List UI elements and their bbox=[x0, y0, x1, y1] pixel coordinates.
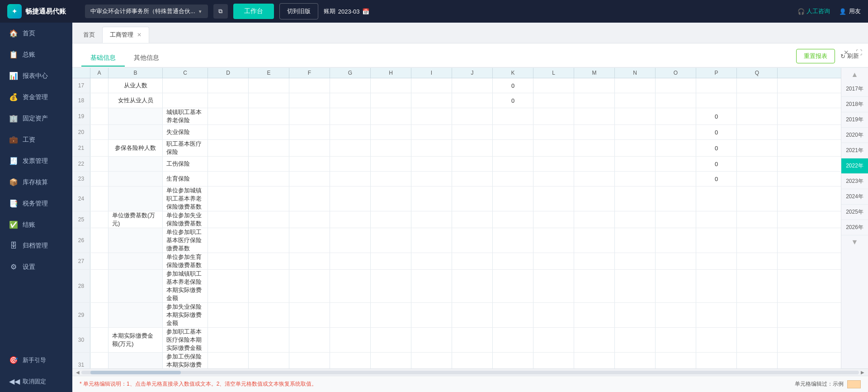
cell-26-c[interactable]: 单位参加职工基本医疗保险缴费基数 bbox=[163, 228, 208, 253]
cell-26-e[interactable] bbox=[249, 228, 289, 253]
cell-26-l[interactable] bbox=[533, 228, 574, 253]
cell-18-b[interactable]: 女性从业人员 bbox=[108, 93, 163, 108]
cell-26-n[interactable] bbox=[615, 228, 656, 253]
cell-28-e[interactable] bbox=[249, 270, 289, 302]
cell-22-h[interactable] bbox=[371, 157, 411, 171]
cell-28-o[interactable] bbox=[656, 270, 696, 302]
tab-business[interactable]: 工商管理 ✕ bbox=[102, 27, 149, 43]
cell-29-o[interactable] bbox=[656, 303, 696, 327]
cell-20-m[interactable] bbox=[574, 125, 615, 139]
cell-23-b[interactable] bbox=[108, 172, 163, 186]
cell-20-d[interactable] bbox=[208, 125, 249, 139]
cell-25-q[interactable] bbox=[737, 211, 778, 228]
cell-24-f[interactable] bbox=[289, 186, 330, 211]
cell-29-q[interactable] bbox=[737, 303, 778, 327]
cell-17-e[interactable] bbox=[249, 78, 289, 93]
cell-26-p[interactable] bbox=[696, 228, 737, 253]
cell-30-a[interactable] bbox=[90, 328, 108, 352]
cell-30-p[interactable] bbox=[696, 328, 737, 352]
sidebar-item-inventory[interactable]: 📦 库存核算 bbox=[0, 172, 72, 193]
cell-20-j[interactable] bbox=[452, 125, 493, 139]
cell-29-m[interactable] bbox=[574, 303, 615, 327]
cell-23-k[interactable] bbox=[493, 172, 533, 186]
cell-20-c[interactable]: 失业保险 bbox=[163, 125, 208, 139]
cell-22-q[interactable] bbox=[737, 157, 778, 171]
cell-20-g[interactable] bbox=[330, 125, 371, 139]
cell-19-d[interactable] bbox=[208, 108, 249, 124]
cell-31-c[interactable]: 参加工伤保险本期实际缴费金额 bbox=[163, 353, 208, 368]
cell-24-q[interactable] bbox=[737, 186, 778, 211]
cell-28-q[interactable] bbox=[737, 270, 778, 302]
cell-22-e[interactable] bbox=[249, 157, 289, 171]
user-menu[interactable]: 👤 用友 bbox=[839, 7, 861, 15]
cell-22-o[interactable] bbox=[656, 157, 696, 171]
cell-19-k[interactable] bbox=[493, 108, 533, 124]
sidebar-item-unpin[interactable]: ◀◀ 取消固定 bbox=[0, 371, 72, 392]
cell-19-f[interactable] bbox=[289, 108, 330, 124]
cell-26-j[interactable] bbox=[452, 228, 493, 253]
cell-28-j[interactable] bbox=[452, 270, 493, 302]
cell-30-g[interactable] bbox=[330, 328, 371, 352]
year-nav-down[interactable]: ▼ bbox=[841, 235, 868, 249]
cell-22-f[interactable] bbox=[289, 157, 330, 171]
cell-19-g[interactable] bbox=[330, 108, 371, 124]
cell-29-g[interactable] bbox=[330, 303, 371, 327]
cell-17-c[interactable] bbox=[163, 78, 208, 93]
cell-17-i[interactable] bbox=[411, 78, 452, 93]
cell-28-a[interactable] bbox=[90, 270, 108, 302]
cell-28-h[interactable] bbox=[371, 270, 411, 302]
cell-25-e[interactable] bbox=[249, 211, 289, 228]
cell-17-b[interactable]: 从业人数 bbox=[108, 78, 163, 93]
cell-19-b[interactable] bbox=[108, 108, 163, 124]
cell-30-l[interactable] bbox=[533, 328, 574, 352]
cell-25-l[interactable] bbox=[533, 211, 574, 228]
year-item-2023[interactable]: 2023年 bbox=[841, 174, 868, 189]
cell-27-d[interactable] bbox=[208, 253, 249, 269]
cell-19-l[interactable] bbox=[533, 108, 574, 124]
cell-24-b[interactable] bbox=[108, 186, 163, 211]
cell-31-p[interactable] bbox=[696, 353, 737, 368]
year-item-2022[interactable]: 2022年 bbox=[841, 158, 868, 174]
cell-20-p[interactable]: 0 bbox=[696, 125, 737, 139]
cell-31-b[interactable] bbox=[108, 353, 163, 368]
cell-31-q[interactable] bbox=[737, 353, 778, 368]
cell-31-a[interactable] bbox=[90, 353, 108, 368]
cell-29-p[interactable] bbox=[696, 303, 737, 327]
cell-24-k[interactable] bbox=[493, 186, 533, 211]
cell-27-b[interactable] bbox=[108, 253, 163, 269]
cell-26-i[interactable] bbox=[411, 228, 452, 253]
cell-17-k[interactable]: 0 bbox=[493, 78, 533, 93]
cell-23-a[interactable] bbox=[90, 172, 108, 186]
cell-22-p[interactable]: 0 bbox=[696, 157, 737, 171]
cell-17-h[interactable] bbox=[371, 78, 411, 93]
cell-29-n[interactable] bbox=[615, 303, 656, 327]
cell-23-n[interactable] bbox=[615, 172, 656, 186]
cell-29-b[interactable] bbox=[108, 303, 163, 327]
sidebar-item-home[interactable]: 🏠 首页 bbox=[0, 23, 72, 44]
year-item-2021[interactable]: 2021年 bbox=[841, 143, 868, 158]
cell-23-j[interactable] bbox=[452, 172, 493, 186]
cell-20-b[interactable] bbox=[108, 125, 163, 139]
cell-30-h[interactable] bbox=[371, 328, 411, 352]
sidebar-item-archive[interactable]: 🗄 归档管理 bbox=[0, 235, 72, 256]
cell-20-n[interactable] bbox=[615, 125, 656, 139]
cell-29-f[interactable] bbox=[289, 303, 330, 327]
sidebar-item-finance[interactable]: 💰 资金管理 bbox=[0, 86, 72, 108]
cell-29-l[interactable] bbox=[533, 303, 574, 327]
cell-24-m[interactable] bbox=[574, 186, 615, 211]
scroll-left-arrow[interactable]: ◀ bbox=[74, 369, 81, 376]
cell-19-h[interactable] bbox=[371, 108, 411, 124]
cell-25-o[interactable] bbox=[656, 211, 696, 228]
cell-29-c[interactable]: 参加失业保险本期实际缴费金额 bbox=[163, 303, 208, 327]
cell-29-i[interactable] bbox=[411, 303, 452, 327]
cell-26-h[interactable] bbox=[371, 228, 411, 253]
cell-25-d[interactable] bbox=[208, 211, 249, 228]
sidebar-item-invoice[interactable]: 🧾 发票管理 bbox=[0, 150, 72, 172]
cell-17-m[interactable] bbox=[574, 78, 615, 93]
horizontal-scrollbar[interactable]: ◀ ▶ bbox=[72, 368, 868, 376]
cell-19-c[interactable]: 城镇职工基本养老保险 bbox=[163, 108, 208, 124]
cell-21-g[interactable] bbox=[330, 140, 371, 156]
cell-28-l[interactable] bbox=[533, 270, 574, 302]
cell-28-b[interactable] bbox=[108, 270, 163, 302]
cell-25-p[interactable] bbox=[696, 211, 737, 228]
